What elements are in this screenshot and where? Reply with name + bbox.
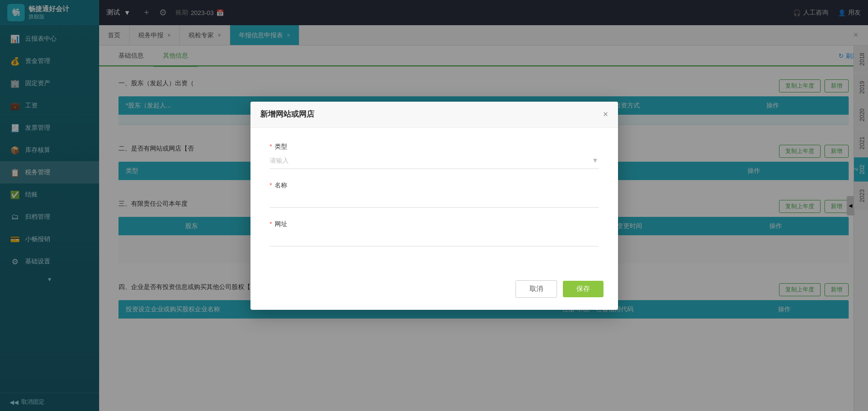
modal-field-name: * 名称 bbox=[270, 181, 599, 208]
type-dropdown-icon[interactable]: ▼ bbox=[592, 156, 599, 164]
name-input[interactable] bbox=[270, 194, 599, 205]
modal-close-button[interactable]: × bbox=[603, 109, 608, 120]
modal-body: * 类型 ▼ * 名称 * bbox=[250, 128, 618, 273]
url-input[interactable] bbox=[270, 232, 599, 244]
cancel-button[interactable]: 取消 bbox=[515, 280, 557, 298]
modal-field-type: * 类型 ▼ bbox=[270, 142, 599, 169]
modal-header: 新增网站或网店 × bbox=[250, 102, 618, 128]
modal-overlay: 新增网站或网店 × * 类型 ▼ * 名称 bbox=[0, 0, 868, 411]
modal-footer: 取消 保存 bbox=[250, 273, 618, 310]
modal-title: 新增网站或网店 bbox=[260, 109, 314, 120]
type-input[interactable] bbox=[270, 155, 592, 166]
modal-field-url: * 网址 bbox=[270, 220, 599, 246]
save-button[interactable]: 保存 bbox=[563, 281, 603, 297]
modal-add-website: 新增网站或网店 × * 类型 ▼ * 名称 bbox=[250, 102, 618, 310]
